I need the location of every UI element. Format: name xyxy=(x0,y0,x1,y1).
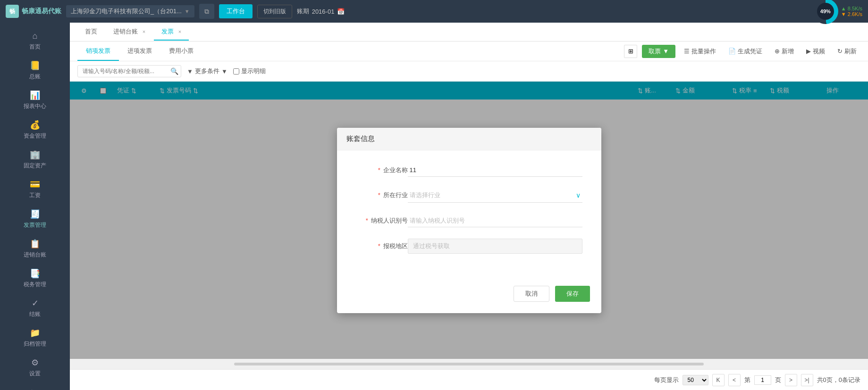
cancel-button[interactable]: 取消 xyxy=(514,286,549,302)
sidebar-label-invoice: 发票管理 xyxy=(24,221,46,229)
tax-region-label: * 报税地区 xyxy=(356,242,408,250)
horizontal-scrollbar[interactable] xyxy=(234,363,704,365)
guide-icon: ▶ xyxy=(32,387,38,390)
sidebar: ⌂ 首页 📒 总账 📊 报表中心 💰 资金管理 🏢 固定资产 💳 工资 🧾 发票… xyxy=(0,23,70,390)
company-name-input[interactable] xyxy=(408,164,582,177)
app-logo: 畅 畅康通易代账 xyxy=(6,5,61,18)
plus-icon: ⊕ xyxy=(775,48,780,55)
salary-icon: 💳 xyxy=(30,179,40,190)
batch-operation-button[interactable]: ☰ 批量操作 xyxy=(680,45,720,58)
tab-home-label: 首页 xyxy=(85,28,97,35)
settlement-icon: ✓ xyxy=(32,298,39,308)
modal-footer: 取消 保存 xyxy=(337,278,601,313)
sidebar-item-tax[interactable]: 📑 税务管理 xyxy=(0,264,70,293)
sidebar-label-ledger: 总账 xyxy=(29,73,41,81)
industry-label: * 所在行业 xyxy=(356,191,408,199)
batch-icon: ☰ xyxy=(684,48,690,55)
prev-page-button[interactable]: < xyxy=(728,374,741,386)
sidebar-item-sales[interactable]: 📋 进销台账 xyxy=(0,234,70,264)
industry-row: * 所在行业 请选择行业 ∨ xyxy=(356,188,582,203)
calendar-icon[interactable]: 📅 xyxy=(337,8,345,15)
company-selector[interactable]: 上海卯金刀电子科技有限公司_（台201... ▼ xyxy=(66,5,194,17)
per-page-select[interactable]: 50 100 200 xyxy=(683,375,708,385)
video-button[interactable]: ▶ 视频 xyxy=(802,45,829,58)
scrollbar-area xyxy=(70,359,868,369)
sidebar-item-settings[interactable]: ⚙ 设置 xyxy=(0,353,70,382)
per-page-label: 每页显示 xyxy=(654,376,679,384)
sidebar-label-sales: 进销台账 xyxy=(24,251,46,259)
more-filter-button[interactable]: ▼ 更多条件 ▼ xyxy=(187,67,228,75)
modal-title: 账套信息 xyxy=(337,128,601,150)
sub-tab-actions: ⊞ 取票 ▼ ☰ 批量操作 📄 生成凭证 ⊕ 新增 ▶ xyxy=(624,45,860,58)
account-info-modal: 账套信息 * 企业名称 xyxy=(337,128,601,313)
tab-bar: 首页 进销台账 × 发票 × xyxy=(70,23,868,41)
sidebar-item-guide[interactable]: ▶ 新手引导 xyxy=(0,382,70,390)
home-icon: ⌂ xyxy=(33,31,38,41)
sidebar-item-ledger[interactable]: 📒 总账 xyxy=(0,56,70,85)
required-mark-4: * xyxy=(378,242,380,249)
sidebar-item-reports[interactable]: 📊 报表中心 xyxy=(0,85,70,115)
refresh-icon: ↻ xyxy=(837,48,843,55)
sub-tab-bar: 销项发票 进项发票 费用小票 ⊞ 取票 ▼ ☰ 批量操作 📄 xyxy=(70,41,868,61)
refresh-button[interactable]: ↻ 刷新 xyxy=(834,45,860,58)
grid-view-button[interactable]: ⊞ xyxy=(624,45,637,58)
required-mark: * xyxy=(378,166,380,174)
last-page-button[interactable]: >| xyxy=(801,374,813,386)
industry-select[interactable]: 请选择行业 ∨ xyxy=(408,188,582,203)
tab-invoice[interactable]: 发票 × xyxy=(154,24,189,41)
workbench-button[interactable]: 工作台 xyxy=(219,4,253,18)
next-page-button[interactable]: > xyxy=(785,374,797,386)
modal-body: * 企业名称 * 所在行业 xyxy=(337,150,601,278)
sidebar-item-home[interactable]: ⌂ 首页 xyxy=(0,26,70,56)
main-layout: ⌂ 首页 📒 总账 📊 报表中心 💰 资金管理 🏢 固定资产 💳 工资 🧾 发票… xyxy=(0,23,868,390)
search-toolbar: 🔍 ▼ 更多条件 ▼ 显示明细 xyxy=(70,61,868,82)
tax-icon: 📑 xyxy=(30,268,40,279)
show-detail-checkbox-label[interactable]: 显示明细 xyxy=(233,67,266,75)
generate-voucher-button[interactable]: 📄 生成凭证 xyxy=(725,45,766,58)
page-suffix: 页 xyxy=(775,376,781,384)
sub-tab-sales-invoice[interactable]: 销项发票 xyxy=(77,42,119,61)
sidebar-item-settlement[interactable]: ✓ 结账 xyxy=(0,293,70,323)
tab-invoice-close[interactable]: × xyxy=(178,29,181,34)
logo-icon: 畅 xyxy=(6,5,19,18)
save-button[interactable]: 保存 xyxy=(555,286,590,302)
show-detail-checkbox[interactable] xyxy=(233,68,239,75)
sub-tab-purchase-invoice[interactable]: 进项发票 xyxy=(119,42,160,61)
search-icon[interactable]: 🔍 xyxy=(170,67,178,75)
sidebar-item-salary[interactable]: 💳 工资 xyxy=(0,174,70,204)
new-button[interactable]: ⊕ 新增 xyxy=(771,45,798,58)
first-page-button[interactable]: K xyxy=(712,374,725,386)
sidebar-item-invoice[interactable]: 🧾 发票管理 xyxy=(0,204,70,234)
sidebar-label-settlement: 结账 xyxy=(29,310,41,318)
tax-id-input[interactable] xyxy=(408,214,582,227)
search-input[interactable] xyxy=(77,65,181,77)
company-name-row: * 企业名称 xyxy=(356,164,582,177)
sidebar-item-assets[interactable]: 🏢 固定资产 xyxy=(0,145,70,174)
speed-indicator: 49% xyxy=(813,0,838,24)
required-mark-3: * xyxy=(366,217,368,224)
chevron-down-icon: ▼ xyxy=(185,8,190,14)
old-version-button[interactable]: 切到旧版 xyxy=(257,5,292,18)
video-icon: ▶ xyxy=(806,48,811,55)
invoice-icon: 🧾 xyxy=(30,209,40,219)
chevron-down-icon: ▼ xyxy=(663,48,669,55)
sidebar-item-funds[interactable]: 💰 资金管理 xyxy=(0,115,70,145)
tax-id-label: * 纳税人识别号 xyxy=(356,216,408,225)
main-content: 首页 进销台账 × 发票 × 销项发票 进项发票 费用小票 ⊞ xyxy=(70,23,868,390)
copy-icon[interactable]: ⧉ xyxy=(199,4,214,19)
sidebar-label-archive: 归档管理 xyxy=(24,340,46,348)
tab-sales-close[interactable]: × xyxy=(143,29,145,34)
sub-tab-expense-receipt[interactable]: 费用小票 xyxy=(160,42,202,61)
sidebar-label-funds: 资金管理 xyxy=(24,132,46,140)
topbar-right: 49% ▲ 8.5K/s ▼ 2.6K/s xyxy=(813,0,862,24)
tab-sales[interactable]: 进销台账 × xyxy=(106,24,153,41)
ticket-button[interactable]: 取票 ▼ xyxy=(642,45,675,58)
tab-invoice-label: 发票 xyxy=(161,28,174,35)
company-name-label: * 企业名称 xyxy=(356,166,408,174)
page-number-input[interactable] xyxy=(754,375,771,385)
app-name: 畅康通易代账 xyxy=(22,7,61,16)
topbar: 畅 畅康通易代账 上海卯金刀电子科技有限公司_（台201... ▼ ⧉ 工作台 … xyxy=(0,0,868,23)
sidebar-item-archive[interactable]: 📁 归档管理 xyxy=(0,323,70,353)
tab-home[interactable]: 首页 xyxy=(77,24,105,41)
company-name-field xyxy=(408,164,582,177)
